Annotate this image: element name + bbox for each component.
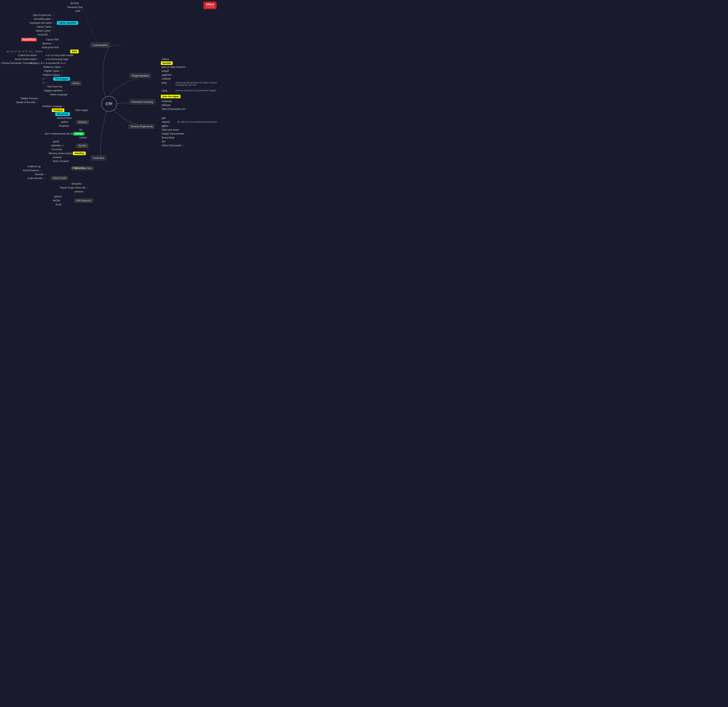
leaf-hopper: Hopper Disassembler	[161, 132, 185, 136]
branch-reverse-engineering: Reverse Engineering	[129, 124, 155, 129]
leaf-daggers[interactable]: Daggers alphabet ↗	[43, 89, 66, 92]
highlight-autopsy[interactable]: Autopsy	[52, 108, 64, 112]
leaf-jd-gui: jd-gui	[55, 203, 62, 206]
leaf-radare2-desc: like gdb but more advanced and powerful	[176, 120, 218, 123]
leaf-caesar[interactable]: Caesar Cipher ↗	[36, 25, 55, 29]
leaf-ltrace: ltrace and strace	[161, 128, 180, 131]
leaf-factordb[interactable]: FactorDB ↗	[37, 33, 51, 36]
leaf-ghex[interactable]: ghex or https://hexed.it ↗	[161, 65, 189, 69]
mind-map-canvas: XMind Trial Mode	[0, 0, 218, 212]
highlight-cipher-identifier[interactable]: Cipher identifier	[57, 21, 78, 25]
external-link-icon: ↗	[52, 14, 54, 16]
external-link-icon: ↗	[186, 108, 188, 110]
leaf-memory-dump: Memory dump analysis	[48, 152, 74, 155]
branch-password-cracking: Password cracking	[130, 100, 155, 104]
external-link-icon: ↗	[61, 74, 62, 76]
leaf-sheikah[interactable]: Sheikah Language ↗	[42, 105, 65, 108]
leaf-pdfcrack: pdfcrack	[161, 103, 171, 107]
leaf-peepdf: peepdf	[161, 69, 170, 73]
central-node: CTF	[101, 96, 117, 112]
external-link-icon: ↗	[39, 97, 40, 100]
xmind-title: XMind	[205, 3, 215, 6]
external-link-icon: ↗	[53, 22, 55, 24]
leaf-two-time-pad: Two-Time Pad	[46, 85, 63, 88]
leaf-hylian: Hylian Language	[49, 93, 68, 96]
leaf-zipinfo: zipinfo	[52, 140, 60, 143]
label-apk-forensics: APK forensics	[75, 199, 93, 203]
leaf-zsteg-desc: same as jsteg but for png and bmp images	[175, 89, 217, 92]
highlight-rsa[interactable]: RSA	[70, 50, 79, 53]
leaf-twilight[interactable]: Twilight Princess ↗	[20, 97, 41, 100]
leaf-polybius[interactable]: Polybius Square ↗	[42, 73, 64, 77]
leaf-keyboard-shift[interactable]: Keyboard shift cipher ↗	[29, 21, 55, 25]
leaf-radare2: radare2	[161, 120, 170, 124]
leaf-multi-prime: Multi-prime RSA	[41, 46, 60, 49]
leaf-exiftool-for: exiftool	[78, 136, 88, 140]
leaf-enigma-1[interactable]: 1 ↗	[42, 77, 48, 81]
leaf-sonic: Sonic Visualizer	[52, 159, 70, 163]
highlight-strings[interactable]: strings	[74, 132, 84, 136]
external-link-icon: ↗	[183, 144, 184, 147]
leaf-dex2jar: dex2jar	[52, 199, 61, 202]
external-link-icon: ↗	[186, 66, 188, 68]
leaf-tcpflow: tcpflow	[60, 120, 69, 124]
external-link-icon: ↗	[53, 26, 54, 28]
leaf-multimon: multimon-ng	[27, 165, 41, 168]
external-link-icon: ↗	[63, 105, 65, 107]
leaf-python-decompiler[interactable]: Python Decompiler ↗	[161, 144, 185, 147]
highlight-john[interactable]: john the ripper	[161, 95, 181, 98]
highlight-volatility[interactable]: Volatility	[73, 152, 86, 155]
external-link-icon: ↗	[44, 177, 45, 179]
leaf-decoder[interactable]: Decoder ↗	[34, 173, 47, 176]
leaf-gdb: gdb	[161, 116, 166, 120]
leaf-playfair[interactable]: Playfair Cipher ↗	[43, 69, 63, 73]
leaf-photorec: photorec	[74, 190, 85, 193]
leaf-railfence[interactable]: Railfence Cipher ↗	[43, 65, 64, 69]
external-link-icon: ↗	[38, 58, 39, 61]
leaf-apktool: apktool	[53, 195, 62, 198]
leaf-crackstation[interactable]: https://crackstation.net ↗	[161, 107, 189, 111]
external-link-icon: ↗	[45, 78, 47, 80]
leaf-multiple-c: Multiple c & n. e=numberOfc or n)	[29, 61, 66, 65]
leaf-alpertron[interactable]: Alpertron ↗	[41, 42, 55, 45]
external-link-icon: ↗	[64, 89, 65, 92]
highlight-rsactftool[interactable]: RsaCtfTool	[21, 38, 37, 41]
leaf-enigma-2[interactable]: 2 ↗	[42, 81, 48, 85]
leaf-boneh-durfee[interactable]: Boneh Durfee Attack ↗	[14, 58, 40, 61]
xmind-sub: Trial Mode	[205, 6, 215, 8]
external-link-icon: ↗	[36, 101, 38, 104]
highlight-the-enigma[interactable]: The Enigma	[53, 77, 70, 81]
branch-cryptography: Cryptography	[90, 43, 110, 48]
label-zip-files: Zip files	[77, 144, 88, 148]
external-link-icon: ↗	[62, 66, 64, 68]
leaf-cryptii[interactable]: https://cryptii.com ↗	[32, 13, 55, 17]
leaf-audio-decoder[interactable]: Audio decoder ↗	[27, 176, 46, 180]
label-morse: Morse Code	[51, 176, 68, 180]
label-others: Others	[71, 81, 81, 85]
leaf-binary-ninja: Binary Ninja	[161, 136, 175, 140]
leaf-dumpzilla: dumpzilla	[71, 182, 82, 186]
leaf-pcapxray: PcapXray	[58, 124, 70, 128]
leaf-zipdetails: zipdetails -v	[50, 144, 64, 147]
branch-steganography: Steganography	[130, 73, 151, 78]
leaf-exiftool-steg: exiftool	[161, 58, 170, 61]
leaf-sound-detector[interactable]: Sound Detector ↗	[22, 169, 43, 172]
leaf-jsteg: jsteg	[161, 81, 168, 85]
leaf-gronsfeld[interactable]: Gronsfeld cipher ↗	[33, 17, 54, 21]
leaf-bit-shift: Bit Shift	[70, 1, 79, 5]
leaf-pngcheck: pngcheck	[161, 73, 172, 77]
leaf-network-miner: Network Miner	[56, 116, 73, 120]
leaf-xor: XOR	[75, 9, 81, 13]
leaf-beast-label: Don't underestimate this beast	[44, 132, 77, 136]
leaf-ida: IDA	[161, 140, 166, 143]
leaf-audacity-for: Audacity	[52, 156, 62, 159]
highlight-binwalk[interactable]: binwalk	[161, 61, 173, 65]
highlight-wireshark[interactable]: Wireshark	[55, 113, 70, 116]
leaf-repair-image[interactable]: Repair image online tool ↗	[59, 186, 89, 189]
leaf-jsteg-desc: checks jpg and jpeg files for hidden con…	[175, 81, 218, 87]
leaf-fcrackzip-pw: Fcrackzip	[161, 100, 172, 103]
leaf-atbash[interactable]: Atbash Cipher ↗	[35, 29, 54, 33]
leaf-e-is-3: e is 3 or any small number	[45, 53, 74, 57]
leaf-file: file	[78, 128, 83, 131]
leaf-breath[interactable]: Breath of the Wild ↗	[16, 101, 39, 104]
